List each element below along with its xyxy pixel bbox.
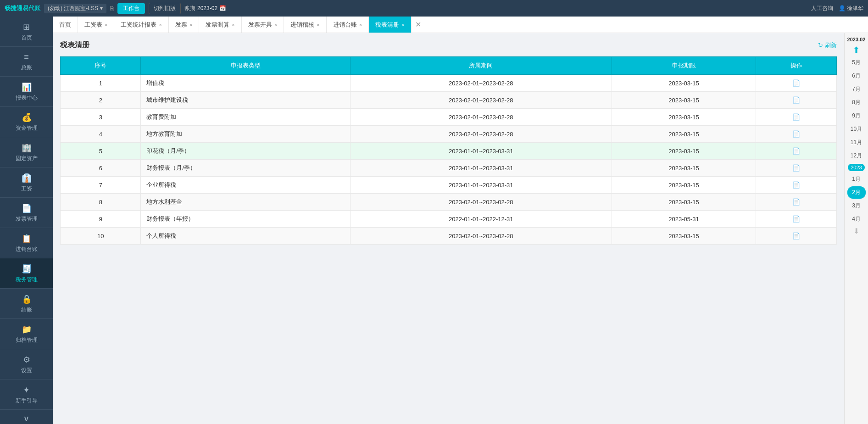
human-consult[interactable]: 人工咨询 [811, 5, 833, 12]
rs-month-8[interactable]: 8月 [847, 96, 866, 109]
tab-home[interactable]: 首页 [53, 17, 78, 33]
sidebar-item-archive-mgmt[interactable]: 📁 归档管理 [0, 319, 53, 349]
rs-month-4[interactable]: 4月 [847, 213, 866, 225]
cell-seq: 6 [61, 160, 141, 177]
tab-close-icon[interactable]: × [159, 22, 161, 28]
main-content-area: 税表清册 ↻ 刷新 序号 申报表类型 所属期间 申报期限 操作 [53, 33, 844, 424]
sidebar-item-fund-mgmt[interactable]: 💰 资金管理 [0, 107, 53, 137]
switch-old-button[interactable]: 切到旧版 [149, 3, 181, 14]
table-row: 9 财务报表（年报） 2022-01-01~2022-12-31 2023-05… [61, 211, 837, 228]
cell-action[interactable]: 📄 [756, 228, 837, 245]
sidebar-item-label: 进销台账 [16, 245, 38, 253]
action-icon[interactable]: 📄 [792, 113, 800, 121]
sidebar-item-report-center[interactable]: 📊 报表中心 [0, 77, 53, 107]
action-icon[interactable]: 📄 [792, 147, 800, 155]
cell-seq: 7 [61, 177, 141, 194]
sidebar-item-tax-mgmt[interactable]: 🧾 税务管理 [0, 258, 53, 289]
cell-action[interactable]: 📄 [756, 126, 837, 143]
tab-tax-clearance[interactable]: 税表清册 × [369, 17, 411, 33]
col-seq: 序号 [61, 57, 141, 75]
tab-close-icon[interactable]: × [274, 22, 277, 28]
cell-deadline: 2023-03-15 [612, 228, 756, 245]
rs-month-11[interactable]: 11月 [847, 136, 866, 149]
cell-action[interactable]: 📄 [756, 194, 837, 211]
rs-month-10[interactable]: 10月 [847, 123, 866, 135]
tab-close-icon[interactable]: × [317, 22, 319, 28]
rs-month-6[interactable]: 6月 [847, 70, 866, 82]
tab-close-icon[interactable]: × [401, 22, 404, 28]
action-icon[interactable]: 📄 [792, 198, 800, 206]
rs-down-arrow[interactable]: ⬇ [853, 227, 859, 235]
cell-action[interactable]: 📄 [756, 211, 837, 228]
action-icon[interactable]: 📄 [792, 79, 800, 87]
action-icon[interactable]: 📄 [792, 232, 800, 240]
tab-close-icon[interactable]: × [189, 22, 192, 28]
company-name: (勿动) 江西服宝-LSS [48, 5, 98, 12]
tab-close-icon[interactable]: × [105, 22, 107, 28]
tab-invoice[interactable]: 发票 × [169, 17, 199, 33]
cell-action[interactable]: 📄 [756, 160, 837, 177]
cell-action[interactable]: 📄 [756, 109, 837, 126]
action-icon[interactable]: 📄 [792, 164, 800, 172]
action-icon[interactable]: 📄 [792, 215, 800, 223]
period-value: 2023-02 [197, 5, 217, 11]
rs-up-arrow[interactable]: ⬆ [853, 45, 860, 55]
col-deadline: 申报期限 [612, 57, 756, 75]
tab-purchase-verify[interactable]: 进销稽核 × [284, 17, 326, 33]
tab-salary-table[interactable]: 工资表 × [78, 17, 114, 33]
tab-close-icon[interactable]: × [232, 22, 234, 28]
company-selector[interactable]: (勿动) 江西服宝-LSS ▾ [44, 4, 106, 13]
rs-month-2[interactable]: 2月 [847, 186, 866, 199]
assets-icon: 🏢 [22, 143, 32, 153]
sidebar-item-new-guide[interactable]: ✦ 新手引导 [0, 379, 53, 410]
workbench-button[interactable]: 工作台 [117, 3, 145, 14]
page-content: 税表清册 ↻ 刷新 序号 申报表类型 所属期间 申报期限 操作 [53, 33, 868, 424]
cell-action[interactable]: 📄 [756, 92, 837, 109]
sidebar-item-general-ledger[interactable]: ≡ 总账 [0, 47, 53, 77]
cell-seq: 10 [61, 228, 141, 245]
sidebar-item-label: 固定资产 [16, 155, 38, 162]
rs-month-5[interactable]: 5月 [847, 56, 866, 69]
rs-month-7[interactable]: 7月 [847, 83, 866, 95]
sidebar-item-fixed-assets[interactable]: 🏢 固定资产 [0, 137, 53, 167]
sidebar-item-purchase-sale[interactable]: 📋 进销台账 [0, 228, 53, 258]
tab-invoice-open[interactable]: 发票开具 × [242, 17, 284, 33]
tab-invoice-calc[interactable]: 发票测算 × [199, 17, 241, 33]
cell-type: 城市维护建设税 [141, 92, 350, 109]
action-icon[interactable]: 📄 [792, 130, 800, 138]
rs-year-label[interactable]: 2023 [848, 164, 864, 171]
tab-label: 税表清册 [375, 21, 399, 29]
tab-salary-stats[interactable]: 工资统计报表 × [114, 17, 168, 33]
rs-month-3[interactable]: 3月 [847, 200, 866, 212]
rs-month-9[interactable]: 9月 [847, 110, 866, 122]
copy-icon[interactable]: ⎘ [110, 5, 114, 12]
rs-month-1[interactable]: 1月 [847, 173, 866, 185]
table-row: 5 印花税（月/季） 2023-01-01~2023-03-31 2023-03… [61, 143, 837, 160]
refresh-button[interactable]: ↻ 刷新 [818, 41, 837, 50]
action-icon[interactable]: 📄 [792, 181, 800, 189]
tab-label: 进销台账 [333, 21, 357, 29]
tab-close-icon[interactable]: × [359, 22, 362, 28]
calendar-icon[interactable]: 📅 [219, 5, 226, 11]
action-icon[interactable]: 📄 [792, 96, 800, 104]
cell-seq: 9 [61, 211, 141, 228]
sidebar-item-vip[interactable]: V 畅会员 [0, 410, 53, 424]
sidebar-item-label: 资金管理 [16, 124, 38, 132]
salary-icon: 👔 [22, 173, 32, 183]
cell-action[interactable]: 📄 [756, 177, 837, 194]
cell-seq: 1 [61, 75, 141, 92]
report-icon: 📊 [22, 82, 32, 92]
invoice-icon: 📄 [22, 203, 32, 213]
close-panel-icon[interactable]: ✕ [415, 20, 421, 29]
tab-purchase-ledger[interactable]: 进销台账 × [327, 17, 369, 33]
sidebar-item-settings[interactable]: ⚙ 设置 [0, 349, 53, 379]
sidebar-item-closing[interactable]: 🔒 结账 [0, 289, 53, 319]
sidebar-item-home[interactable]: ⊞ 首页 [0, 17, 53, 47]
sidebar-item-label: 工资 [21, 185, 32, 193]
cell-action[interactable]: 📄 [756, 75, 837, 92]
cell-deadline: 2023-03-15 [612, 109, 756, 126]
rs-month-12[interactable]: 12月 [847, 150, 866, 162]
cell-action[interactable]: 📄 [756, 143, 837, 160]
sidebar-item-salary[interactable]: 👔 工资 [0, 167, 53, 198]
sidebar-item-invoice-mgmt[interactable]: 📄 发票管理 [0, 198, 53, 228]
